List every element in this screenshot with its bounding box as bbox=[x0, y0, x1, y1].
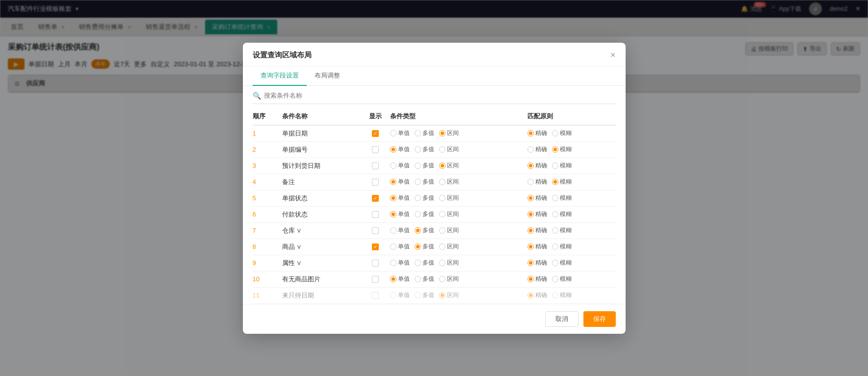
dialog-header: 设置查询区域布局 × bbox=[243, 43, 626, 66]
dialog-close-button[interactable]: × bbox=[610, 51, 616, 59]
dialog-title: 设置查询区域布局 bbox=[253, 51, 312, 60]
dialog-tabs: 查询字段设置 布局调整 bbox=[243, 66, 626, 86]
tab-layout-adjust[interactable]: 布局调整 bbox=[307, 66, 348, 86]
search-icon: 🔍 bbox=[253, 92, 261, 99]
tab-query-fields[interactable]: 查询字段设置 bbox=[253, 66, 307, 86]
settings-dialog: 设置查询区域布局 × 查询字段设置 布局调整 🔍 顺序 条件名称 显示 条件类型 bbox=[243, 43, 626, 99]
search-box: 🔍 bbox=[253, 92, 616, 99]
search-input[interactable] bbox=[264, 92, 362, 99]
modal-overlay: 设置查询区域布局 × 查询字段设置 布局调整 🔍 顺序 条件名称 显示 条件类型 bbox=[0, 0, 868, 99]
